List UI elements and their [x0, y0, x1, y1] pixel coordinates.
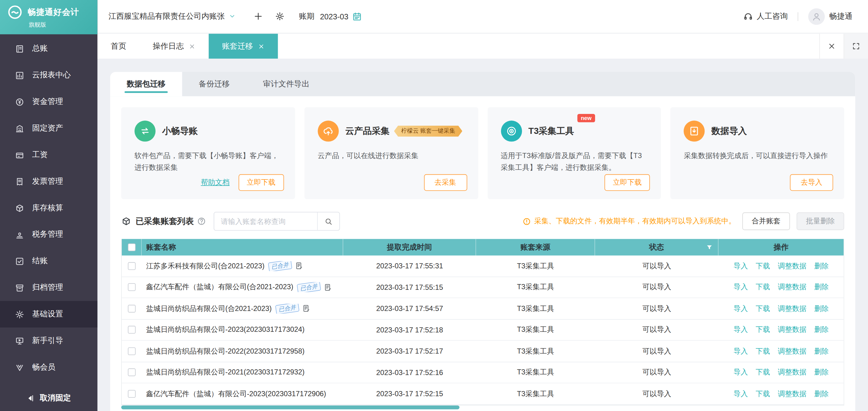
card-action-button[interactable]: 立即下载: [239, 175, 284, 191]
download-link[interactable]: 下载: [755, 346, 770, 356]
close-tab-button[interactable]: [819, 34, 844, 59]
import-link[interactable]: 导入: [734, 261, 748, 271]
tab-close-icon[interactable]: [258, 43, 265, 50]
download-link[interactable]: 下载: [755, 261, 770, 271]
sidebar-item[interactable]: 畅会员: [0, 354, 97, 380]
import-link[interactable]: 导入: [734, 346, 748, 356]
row-checkbox[interactable]: [128, 262, 136, 270]
row-checkbox[interactable]: [128, 347, 136, 355]
subtab[interactable]: 备份迁移: [182, 72, 246, 96]
batch-delete-button[interactable]: 批量删除: [797, 213, 844, 230]
sidebar-item[interactable]: 总账: [0, 35, 97, 62]
adjust-data-link[interactable]: 调整数据: [778, 325, 806, 335]
adjust-data-link[interactable]: 调整数据: [778, 282, 806, 292]
subtab[interactable]: 审计文件导出: [246, 72, 326, 96]
adjust-data-link[interactable]: 调整数据: [778, 304, 806, 313]
subtab[interactable]: 数据包迁移: [110, 72, 182, 96]
sidebar-item-label: 归档管理: [32, 283, 63, 292]
search-input[interactable]: [214, 213, 317, 230]
filter-icon[interactable]: [706, 244, 713, 251]
delete-link[interactable]: 删除: [814, 346, 829, 356]
import-link[interactable]: 导入: [734, 325, 748, 335]
delete-link[interactable]: 删除: [814, 325, 829, 335]
import-link[interactable]: 导入: [734, 304, 748, 313]
warehouse-icon: [15, 203, 24, 213]
company-selector[interactable]: 江西服宝精品有限责任公司内账张: [108, 11, 236, 22]
contract-icon[interactable]: [324, 283, 332, 291]
contract-icon[interactable]: [303, 304, 311, 313]
validity-warning: 采集、下载的文件，有效期半年，有效期内可以导入到系统中。: [523, 216, 736, 226]
adjust-data-link[interactable]: 调整数据: [778, 346, 806, 356]
sidebar-item-label: 资金管理: [32, 97, 63, 107]
download-link[interactable]: 下载: [755, 304, 770, 313]
sidebar-item-label: 总账: [32, 44, 48, 54]
adjust-data-link[interactable]: 调整数据: [778, 368, 806, 377]
support-button[interactable]: 人工咨询: [743, 11, 788, 22]
sidebar-item[interactable]: 归档管理: [0, 275, 97, 301]
headset-icon: [743, 11, 753, 21]
download-link[interactable]: 下载: [755, 389, 770, 399]
search-button[interactable]: [317, 213, 339, 230]
delete-link[interactable]: 删除: [814, 261, 829, 271]
page-tab[interactable]: 首页: [97, 34, 139, 59]
import-status: 可以导入: [595, 346, 718, 356]
sidebar-item[interactable]: 云报表中心: [0, 62, 97, 89]
import-link[interactable]: 导入: [734, 368, 748, 377]
adjust-data-link[interactable]: 调整数据: [778, 389, 806, 399]
delete-link[interactable]: 删除: [814, 389, 829, 399]
migration-panel: 数据包迁移 备份迁移 审计文件导出: [110, 72, 855, 411]
period-value[interactable]: 2023-03: [320, 12, 348, 21]
import-status: 可以导入: [595, 304, 718, 313]
tax-stamp-icon: [15, 230, 24, 239]
download-link[interactable]: 下载: [755, 282, 770, 292]
sidebar-item[interactable]: 工资: [0, 142, 97, 168]
sidebar-item[interactable]: 基础设置: [0, 301, 97, 327]
account-source: T3采集工具: [476, 389, 595, 399]
calendar-icon[interactable]: [352, 11, 362, 22]
help-doc-link[interactable]: 帮助文档: [201, 178, 229, 188]
download-link[interactable]: 下载: [755, 325, 770, 335]
row-checkbox[interactable]: [128, 305, 136, 313]
row-checkbox[interactable]: [128, 326, 136, 334]
sidebar-item-label: 固定资产: [32, 123, 63, 133]
sidebar-item[interactable]: 结账: [0, 248, 97, 275]
select-all-checkbox[interactable]: [128, 243, 135, 251]
download-link[interactable]: 下载: [755, 368, 770, 377]
sidebar-item[interactable]: 新手引导: [0, 327, 97, 354]
tab-close-icon[interactable]: [189, 43, 195, 50]
card-action-button[interactable]: 去导入: [790, 175, 833, 191]
sidebar-item[interactable]: 固定资产: [0, 115, 97, 142]
horizontal-scrollbar[interactable]: [121, 405, 459, 409]
row-checkbox[interactable]: [128, 283, 136, 291]
delete-link[interactable]: 删除: [814, 282, 829, 292]
page-tab[interactable]: 账套迁移: [209, 34, 278, 59]
subtab-label: 备份迁移: [199, 79, 230, 89]
help-icon[interactable]: [197, 217, 206, 226]
card-description: 云产品，可以在线进行数据采集: [318, 150, 465, 161]
account-settings-button[interactable]: [275, 11, 284, 21]
page-tab[interactable]: 操作日志: [140, 34, 209, 59]
member-v-icon: [15, 362, 24, 372]
import-link[interactable]: 导入: [734, 389, 748, 399]
row-checkbox[interactable]: [128, 369, 136, 377]
sidebar-item[interactable]: 发票管理: [0, 168, 97, 195]
contract-icon[interactable]: [295, 262, 304, 270]
add-account-button[interactable]: [254, 11, 263, 21]
sidebar-item[interactable]: 资金管理: [0, 89, 97, 115]
new-badge: new: [578, 114, 595, 122]
delete-link[interactable]: 删除: [814, 304, 829, 313]
account-source: T3采集工具: [476, 304, 595, 313]
delete-link[interactable]: 删除: [814, 368, 829, 377]
unpin-sidebar-button[interactable]: 取消固定: [0, 386, 97, 411]
sidebar-item[interactable]: 税务管理: [0, 221, 97, 248]
import-link[interactable]: 导入: [734, 282, 748, 292]
card-action-button[interactable]: 去采集: [424, 175, 467, 191]
adjust-data-link[interactable]: 调整数据: [778, 261, 806, 271]
card-action-button[interactable]: 立即下载: [605, 175, 650, 191]
row-checkbox[interactable]: [128, 390, 136, 398]
username[interactable]: 畅捷通: [829, 11, 852, 22]
merge-accounts-button[interactable]: 合并账套: [742, 213, 790, 230]
sidebar-item[interactable]: 库存核算: [0, 195, 97, 221]
fullscreen-button[interactable]: [843, 34, 868, 59]
avatar[interactable]: [808, 8, 825, 25]
